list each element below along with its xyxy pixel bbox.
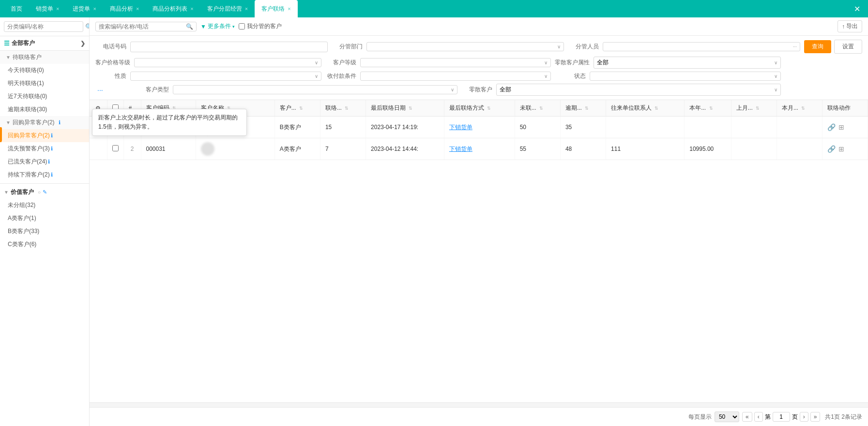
row2-checkbox[interactable]: [112, 145, 119, 151]
close-sales-order-icon[interactable]: ×: [56, 6, 59, 12]
close-customer-strat-icon[interactable]: ×: [245, 6, 248, 12]
page-number-input[interactable]: [773, 412, 790, 422]
last-page-button[interactable]: »: [810, 412, 821, 422]
close-purchase-order-icon[interactable]: ×: [93, 6, 96, 12]
sidebar-item-tomorrow-pending[interactable]: 明天待联络(1): [0, 77, 89, 90]
last-month-sort-icon[interactable]: ⇅: [756, 106, 760, 111]
contact-header[interactable]: 联络... ⇅: [320, 100, 365, 117]
row1-unread: 50: [515, 117, 560, 138]
sidebar-group-repurchase-abnormal[interactable]: ▼ 回购异常客户(2) ℹ: [0, 116, 89, 129]
prev-page-button[interactable]: ‹: [754, 412, 763, 422]
edit-icon[interactable]: ○: [38, 190, 41, 195]
row1-method-link[interactable]: 下销货单: [449, 124, 472, 131]
row1-grid-icon[interactable]: ⊞: [838, 123, 844, 131]
sidebar-item-churn-warning[interactable]: 流失预警客户(3) ℹ: [0, 142, 89, 155]
horizontal-scrollbar[interactable]: [90, 402, 868, 407]
nav-customer-contact[interactable]: 客户联络 ×: [255, 0, 297, 17]
status-select[interactable]: ∨: [590, 72, 781, 81]
sidebar-item-churned[interactable]: 已流失客户(24) ℹ: [0, 155, 89, 168]
more-filters-dots[interactable]: ···: [95, 86, 105, 94]
sidebar-item-overdue-pending[interactable]: 逾期未联络(30): [0, 103, 89, 116]
sidebar-item-today-pending[interactable]: 今天待联络(0): [0, 64, 89, 77]
dept-arrow: ∨: [557, 44, 561, 49]
unread-sort-icon[interactable]: ⇅: [539, 106, 543, 111]
overdue-header[interactable]: 逾期... ⇅: [560, 100, 606, 117]
info-icon-active[interactable]: ℹ: [51, 132, 53, 139]
phone-input[interactable]: [130, 42, 328, 52]
info-icon[interactable]: ℹ: [59, 119, 61, 126]
close-product-analysis-icon[interactable]: ×: [136, 6, 139, 12]
first-page-button[interactable]: «: [742, 412, 752, 422]
close-product-analysis-list-icon[interactable]: ×: [190, 6, 193, 12]
window-close-button[interactable]: ✕: [850, 2, 864, 15]
row2-actions: 🔗 ⊞: [827, 145, 863, 153]
row2-method-link[interactable]: 下销货单: [449, 146, 472, 152]
type-header[interactable]: 客户... ⇅: [274, 100, 320, 117]
last-method-sort-icon[interactable]: ⇅: [487, 106, 491, 111]
nav-sales-order[interactable]: 销货单 ×: [29, 0, 66, 17]
overdue-sort-icon[interactable]: ⇅: [585, 106, 589, 111]
sidebar-item-repurchase-abnormal[interactable]: 回购异常客户(2) ℹ: [0, 129, 89, 142]
info-icon-declining[interactable]: ℹ: [51, 172, 53, 178]
sidebar-item-unclassified[interactable]: 未分组(32): [0, 199, 89, 212]
info-icon-churned[interactable]: ℹ: [48, 159, 50, 165]
sidebar-item-class-a[interactable]: A类客户(1): [0, 212, 89, 225]
customer-type-select[interactable]: ∨: [173, 85, 457, 94]
this-year-sort-icon[interactable]: ⇅: [709, 106, 713, 111]
export-button[interactable]: ↑ 导出: [838, 20, 862, 32]
sidebar-item-declining[interactable]: 持续下滑客户(2) ℹ: [0, 168, 89, 181]
search-icon[interactable]: 🔍: [186, 23, 193, 30]
nav-purchase-order[interactable]: 进货单 ×: [66, 0, 103, 17]
retail-customer-select[interactable]: 全部∨: [496, 84, 781, 96]
this-month-sort-icon[interactable]: ⇅: [801, 106, 805, 111]
sidebar-item-class-b[interactable]: B类客户(33): [0, 225, 89, 238]
person-select[interactable]: ···: [603, 42, 800, 51]
settings-button[interactable]: 设置: [834, 40, 862, 54]
close-customer-contact-icon[interactable]: ×: [288, 6, 290, 12]
last-date-header[interactable]: 最后联络日期 ⇅: [366, 100, 444, 117]
sidebar-search-input[interactable]: [4, 21, 83, 32]
next-page-button[interactable]: ›: [800, 412, 808, 422]
info-icon-warning[interactable]: ℹ: [51, 146, 53, 152]
row2-link-icon[interactable]: 🔗: [827, 145, 836, 153]
more-conditions-button[interactable]: ▼ 更多条件 ▾: [200, 22, 235, 30]
query-button[interactable]: 查询: [804, 40, 831, 53]
value-edit-icon[interactable]: ✎: [43, 189, 47, 195]
nav-home[interactable]: 首页: [4, 0, 29, 17]
unit-contact-header[interactable]: 往来单位联系人 ⇅: [606, 100, 685, 117]
last-month-header[interactable]: 上月... ⇅: [731, 100, 777, 117]
last-method-header[interactable]: 最后联络方式 ⇅: [444, 100, 515, 117]
price-grade-select[interactable]: ∨: [134, 58, 321, 67]
sidebar-group-pending[interactable]: ▼ 待联络客户: [0, 51, 89, 64]
customer-type-arrow: ∨: [451, 87, 454, 92]
collapse-icon[interactable]: ❯: [80, 40, 85, 47]
my-customers-checkbox[interactable]: [239, 23, 245, 29]
sidebar-item-7day-pending[interactable]: 近7天待联络(0): [0, 90, 89, 103]
row2-type: A类客户: [274, 138, 320, 160]
dept-select[interactable]: ∨: [366, 42, 564, 51]
search-input[interactable]: [99, 23, 186, 30]
sidebar-item-class-c[interactable]: C类客户(6): [0, 238, 89, 251]
type-sort-icon[interactable]: ⇅: [299, 106, 303, 111]
unread-header[interactable]: 未联... ⇅: [515, 100, 560, 117]
unit-contact-sort-icon[interactable]: ⇅: [655, 106, 658, 111]
nav-customer-stratification[interactable]: 客户分层经营 ×: [200, 0, 255, 17]
customer-grade-select[interactable]: ∨: [360, 58, 551, 67]
customer-grade-label: 客户等级: [325, 59, 360, 67]
sidebar-search-icon[interactable]: 🔍: [85, 23, 90, 30]
nature-select[interactable]: ∨: [130, 72, 321, 81]
payment-select[interactable]: ∨: [360, 72, 551, 81]
last-date-sort-icon[interactable]: ⇅: [409, 106, 412, 111]
expand-icon: ▼: [6, 55, 11, 60]
this-month-header[interactable]: 本月... ⇅: [777, 100, 822, 117]
row2-grid-icon[interactable]: ⊞: [838, 145, 844, 153]
all-customers-label: 全部客户: [12, 39, 35, 47]
row1-link-icon[interactable]: 🔗: [827, 123, 836, 131]
nav-product-analysis[interactable]: 商品分析 ×: [103, 0, 146, 17]
retail-attr-select[interactable]: 全部∨: [594, 57, 781, 69]
nav-product-analysis-list[interactable]: 商品分析列表 ×: [146, 0, 200, 17]
contact-sort-icon[interactable]: ⇅: [345, 106, 349, 111]
per-page-select[interactable]: 50 100 200: [715, 411, 739, 422]
filter-customer-grade: 客户等级 ∨: [325, 58, 551, 67]
this-year-header[interactable]: 本年... ⇅: [685, 100, 731, 117]
